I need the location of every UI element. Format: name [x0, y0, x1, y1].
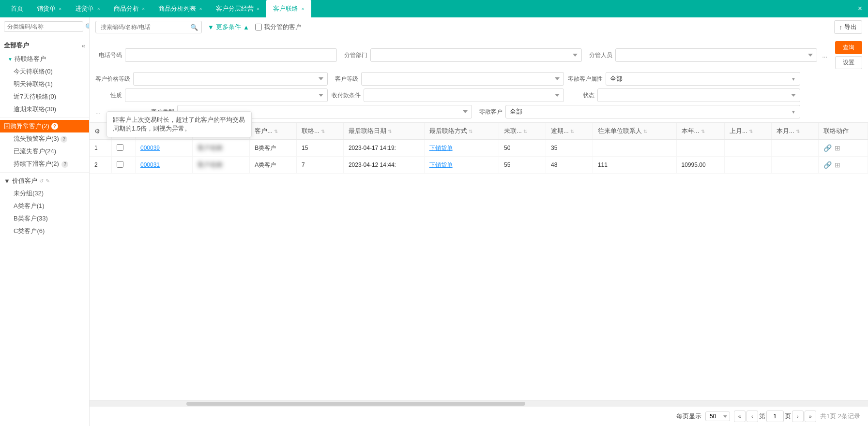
prev-page-btn[interactable]: ‹ — [746, 411, 758, 422]
retail-customer-select[interactable]: 全部 ▼ — [505, 105, 800, 118]
col-last-method[interactable]: 最后联络方式 ⇅ — [424, 123, 499, 140]
sort-uncontacted-icon[interactable]: ⇅ — [523, 129, 527, 134]
col-contact-person[interactable]: 往来单位联系人 ⇅ — [593, 123, 676, 140]
col-uncontacted[interactable]: 未联... ⇅ — [499, 123, 546, 140]
sidebar-item-repeat-abnormal[interactable]: 回购异常客户(2) ? — [0, 120, 89, 132]
sidebar-search-input[interactable] — [4, 21, 83, 32]
more-conditions-btn[interactable]: ▼ 更多条件 ▲ — [208, 23, 249, 31]
nav-purchase-close[interactable]: × — [97, 6, 100, 12]
per-page-select[interactable]: 50 100 200 — [705, 411, 730, 421]
value-customer-edit-icon[interactable]: ✎ — [46, 178, 50, 184]
filter-more-dots-icon[interactable]: ... — [95, 108, 101, 116]
col-last-month[interactable]: 上月... ⇅ — [724, 123, 771, 140]
action-grid-icon-1[interactable]: ⊞ — [835, 144, 840, 152]
sidebar-item-7days[interactable]: 近7天待联络(0) — [0, 90, 89, 103]
nav-purchase[interactable]: 进货单 × — [68, 0, 107, 17]
col-contact[interactable]: 联络... ⇅ — [297, 123, 344, 140]
nav-analysis[interactable]: 商品分析 × — [107, 0, 152, 17]
col-this-month[interactable]: 本月... ⇅ — [771, 123, 818, 140]
search-icon[interactable]: 🔍 — [190, 24, 198, 31]
sidebar-item-already-lost[interactable]: 已流失客户(24) — [0, 145, 89, 158]
sidebar-search-icon[interactable]: 🔍 — [85, 23, 90, 30]
dept-select[interactable] — [370, 48, 582, 62]
scrollbar-thumb[interactable] — [186, 402, 525, 406]
sidebar-pending-contact-group[interactable]: ▼ 待联络客户 — [0, 53, 89, 65]
nature-select[interactable] — [125, 88, 328, 102]
status-select[interactable] — [597, 88, 800, 102]
sort-last-date-icon[interactable]: ⇅ — [388, 129, 392, 134]
nav-analysis-list-close[interactable]: × — [199, 6, 202, 12]
customer-level-select[interactable] — [361, 72, 564, 86]
table-scroll-wrap[interactable]: ⚙ 客户编码 ⇅ 客户名称 ⇅ — [90, 123, 868, 400]
sort-type-icon[interactable]: ⇅ — [274, 129, 278, 134]
sidebar-item-today[interactable]: 今天待联络(0) — [0, 65, 89, 78]
my-customers-checkbox[interactable] — [255, 24, 262, 30]
help-icon-3[interactable]: ? — [61, 161, 68, 168]
col-last-date[interactable]: 最后联络日期 ⇅ — [343, 123, 424, 140]
td-checkbox-2[interactable] — [112, 157, 136, 174]
sidebar-item-c-class[interactable]: C类客户(6) — [0, 225, 89, 237]
td-code-1[interactable]: 000039 — [136, 140, 193, 157]
help-icon-2[interactable]: ? — [61, 136, 67, 143]
td-last-method-1[interactable]: 下销货单 — [424, 140, 499, 157]
payment-select[interactable] — [364, 88, 564, 102]
col-overdue[interactable]: 逾期... ⇅ — [546, 123, 593, 140]
nav-home[interactable]: 首页 — [4, 0, 30, 17]
action-grid-icon-2[interactable]: ⊞ — [835, 161, 840, 169]
sort-overdue-icon[interactable]: ⇅ — [570, 129, 574, 134]
sidebar-item-loss-risk[interactable]: 流失预警客户(3) ? — [0, 132, 89, 145]
sort-contact-icon[interactable]: ⇅ — [321, 129, 325, 134]
col-this-year[interactable]: 本年... ⇅ — [676, 123, 724, 140]
window-close-button[interactable]: × — [858, 4, 862, 13]
value-customer-refresh-icon[interactable]: ↺ — [39, 178, 44, 184]
phone-input[interactable] — [125, 48, 337, 62]
sort-this-month-icon[interactable]: ⇅ — [796, 129, 800, 134]
nav-customer-contact[interactable]: 客户联络 × — [266, 0, 311, 17]
horizontal-scrollbar[interactable] — [90, 400, 868, 406]
sort-last-method-icon[interactable]: ⇅ — [469, 129, 472, 134]
row-checkbox-2[interactable] — [117, 161, 123, 168]
sidebar-item-a-class[interactable]: A类客户(1) — [0, 200, 89, 212]
search-input[interactable] — [95, 21, 202, 33]
nav-analysis-list[interactable]: 商品分析列表 × — [152, 0, 209, 17]
sidebar-item-unclassified[interactable]: 未分组(32) — [0, 187, 89, 200]
sidebar-item-continuous-down[interactable]: 持续下滑客户(2) ? — [0, 158, 89, 170]
my-customers-checkbox-wrap[interactable]: 我分管的客户 — [255, 23, 302, 31]
td-last-method-2[interactable]: 下销货单 — [424, 157, 499, 174]
sidebar-item-b-class[interactable]: B类客户(33) — [0, 212, 89, 225]
td-code-2[interactable]: 000031 — [136, 157, 193, 174]
last-page-btn[interactable]: » — [805, 411, 816, 422]
nav-analysis-close[interactable]: × — [142, 6, 145, 12]
settings-button[interactable]: 设置 — [835, 56, 862, 69]
first-page-btn[interactable]: « — [734, 411, 746, 422]
person-dots[interactable]: ... — [822, 52, 827, 59]
next-page-btn[interactable]: › — [792, 411, 804, 422]
price-level-label: 客户价格等级 — [95, 75, 130, 83]
sort-contact-person-icon[interactable]: ⇅ — [643, 129, 647, 134]
nav-sales[interactable]: 销货单 × — [30, 0, 68, 17]
price-level-select[interactable] — [133, 72, 328, 86]
sidebar-item-tomorrow[interactable]: 明天待联络(1) — [0, 78, 89, 90]
sidebar-value-customer-group[interactable]: ▼ 价值客户 ↺ ✎ — [0, 175, 89, 187]
person-select[interactable] — [615, 48, 817, 62]
sidebar-item-overdue[interactable]: 逾期未联络(30) — [0, 103, 89, 116]
nav-customer-segment[interactable]: 客户分层经营 × — [209, 0, 266, 17]
retail-attr-select[interactable]: 全部 ▼ — [606, 72, 800, 86]
current-page-input[interactable] — [766, 411, 784, 422]
sort-this-year-icon[interactable]: ⇅ — [701, 129, 705, 134]
nav-customer-contact-close[interactable]: × — [301, 6, 304, 12]
sidebar-collapse-icon[interactable]: « — [82, 42, 85, 49]
export-button[interactable]: ↑ 导出 — [834, 20, 863, 34]
query-button[interactable]: 查询 — [835, 41, 862, 54]
sort-last-month-icon[interactable]: ⇅ — [749, 129, 753, 134]
settings-icon[interactable]: ⚙ — [94, 128, 100, 135]
action-link-icon-1[interactable]: 🔗 — [823, 144, 832, 152]
help-icon[interactable]: ? — [51, 123, 58, 130]
sidebar-all-customers[interactable]: 全部客户 « — [0, 38, 89, 53]
col-type[interactable]: 客户... ⇅ — [250, 123, 297, 140]
row-checkbox-1[interactable] — [117, 144, 123, 151]
nav-customer-segment-close[interactable]: × — [257, 6, 259, 12]
action-link-icon-2[interactable]: 🔗 — [823, 161, 832, 169]
td-checkbox-1[interactable] — [112, 140, 136, 157]
nav-sales-close[interactable]: × — [59, 6, 61, 12]
